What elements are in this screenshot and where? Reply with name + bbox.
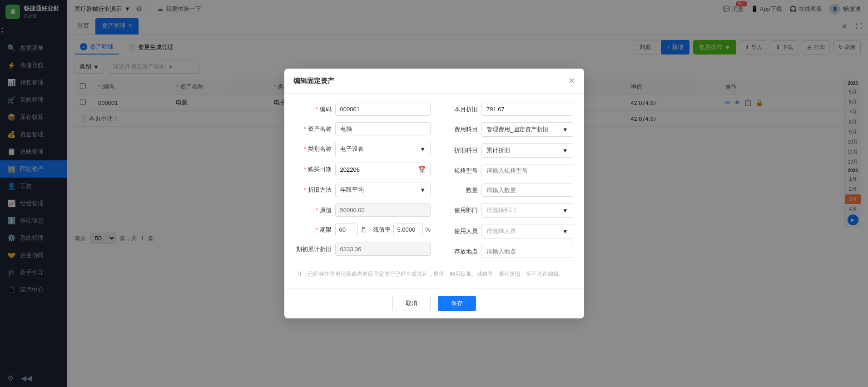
calendar-icon[interactable]: 📅 (418, 166, 426, 173)
asset-name-label: 资产名称 (295, 125, 332, 133)
expense-subject-value: 管理费用_固定资产折旧 (486, 125, 549, 134)
period-input[interactable] (335, 223, 358, 236)
modal-title: 编辑固定资产 (293, 77, 334, 85)
monthly-depreciation-input[interactable] (481, 103, 573, 116)
department-chevron-icon: ▼ (562, 207, 568, 214)
residual-rate-unit: % (426, 226, 431, 233)
form-item-location: 存放地点 (441, 245, 573, 258)
modal-overlay: 编辑固定资产 ✕ 编码 资产名称 (0, 0, 868, 387)
spec-label: 规格型号 (441, 167, 478, 175)
asset-name-input[interactable] (335, 122, 431, 135)
form-item-asset-name: 资产名称 (295, 122, 431, 135)
department-select[interactable]: 请选择部门 ▼ (481, 203, 573, 218)
form-item-code: 编码 (295, 103, 431, 116)
purchase-date-input-wrap[interactable]: 202206 📅 (335, 163, 431, 176)
initial-depreciation-label: 期初累计折旧 (295, 245, 332, 253)
form-grid: 编码 资产名称 类别名称 电子设备 ▼ (295, 103, 573, 264)
user-placeholder: 请选择人员 (486, 227, 516, 235)
cancel-button[interactable]: 取消 (392, 296, 431, 311)
department-label: 使用部门 (441, 206, 478, 214)
form-item-initial-depreciation: 期初累计折旧 (295, 243, 431, 256)
form-item-monthly-depreciation: 本月折旧 (441, 103, 573, 116)
modal-body: 编码 资产名称 类别名称 电子设备 ▼ (284, 94, 584, 288)
form-item-expense-subject: 费用科目 管理费用_固定资产折旧 ▼ (441, 122, 573, 137)
expense-subject-chevron-icon: ▼ (562, 126, 568, 133)
form-right: 本月折旧 费用科目 管理费用_固定资产折旧 ▼ 折旧科目 (441, 103, 573, 264)
quantity-label: 数量 (441, 186, 478, 194)
purchase-date-value: 202206 (340, 166, 418, 173)
location-label: 存放地点 (441, 248, 478, 256)
depreciation-subject-chevron-icon: ▼ (562, 147, 568, 154)
form-left: 编码 资产名称 类别名称 电子设备 ▼ (295, 103, 431, 264)
depreciation-method-select[interactable]: 年限平均 ▼ (335, 183, 431, 197)
depreciation-subject-value: 累计折旧 (486, 146, 510, 154)
code-label: 编码 (295, 105, 332, 114)
modal-footer: 取消 保存 (284, 288, 584, 318)
category-label: 类别名称 (295, 145, 332, 153)
location-input[interactable] (481, 245, 573, 258)
modal-note: 注：已经存在变更记录或者对应固定资产已经生成凭证，原值、购买日期、残值率、累计折… (295, 270, 573, 278)
depreciation-method-chevron-icon: ▼ (420, 187, 426, 194)
modal-header: 编辑固定资产 ✕ (284, 69, 584, 94)
expense-subject-select[interactable]: 管理费用_固定资产折旧 ▼ (481, 122, 573, 137)
code-input[interactable] (335, 103, 431, 116)
form-item-quantity: 数量 (441, 184, 573, 197)
user-select[interactable]: 请选择人员 ▼ (481, 224, 573, 238)
modal-close-button[interactable]: ✕ (568, 76, 575, 86)
category-select-value: 电子设备 (340, 145, 364, 153)
form-item-user: 使用人员 请选择人员 ▼ (441, 224, 573, 238)
depreciation-method-label: 折旧方法 (295, 186, 332, 194)
save-button[interactable]: 保存 (438, 296, 476, 311)
original-value-label: 原值 (295, 206, 332, 214)
form-item-category: 类别名称 电子设备 ▼ (295, 142, 431, 156)
category-select[interactable]: 电子设备 ▼ (335, 142, 431, 156)
period-unit: 月 (361, 226, 367, 234)
depreciation-subject-select[interactable]: 累计折旧 ▼ (481, 143, 573, 158)
form-item-department: 使用部门 请选择部门 ▼ (441, 203, 573, 218)
user-chevron-icon: ▼ (562, 228, 568, 235)
depreciation-method-value: 年限平均 (340, 186, 364, 194)
period-group: 月 残值率 % (335, 223, 431, 236)
residual-rate-input[interactable] (393, 223, 423, 236)
initial-depreciation-input[interactable] (335, 243, 431, 256)
spec-input[interactable] (481, 164, 573, 177)
original-value-input[interactable] (335, 203, 431, 217)
form-item-spec: 规格型号 (441, 164, 573, 177)
form-item-period: 期限 月 残值率 % (295, 223, 431, 236)
depreciation-subject-label: 折旧科目 (441, 146, 478, 154)
purchase-date-label: 购买日期 (295, 165, 332, 174)
form-item-original-value: 原值 (295, 203, 431, 217)
department-placeholder: 请选择部门 (486, 206, 516, 214)
form-item-depreciation-subject: 折旧科目 累计折旧 ▼ (441, 143, 573, 158)
monthly-depreciation-label: 本月折旧 (441, 105, 478, 114)
quantity-input[interactable] (481, 184, 573, 197)
residual-rate-label: 残值率 (373, 226, 391, 234)
user-label: 使用人员 (441, 227, 478, 235)
form-item-depreciation-method: 折旧方法 年限平均 ▼ (295, 183, 431, 197)
period-label: 期限 (295, 226, 332, 234)
form-item-purchase-date: 购买日期 202206 📅 (295, 163, 431, 176)
expense-subject-label: 费用科目 (441, 125, 478, 134)
edit-asset-modal: 编辑固定资产 ✕ 编码 资产名称 (284, 69, 584, 318)
category-chevron-icon: ▼ (420, 146, 426, 153)
